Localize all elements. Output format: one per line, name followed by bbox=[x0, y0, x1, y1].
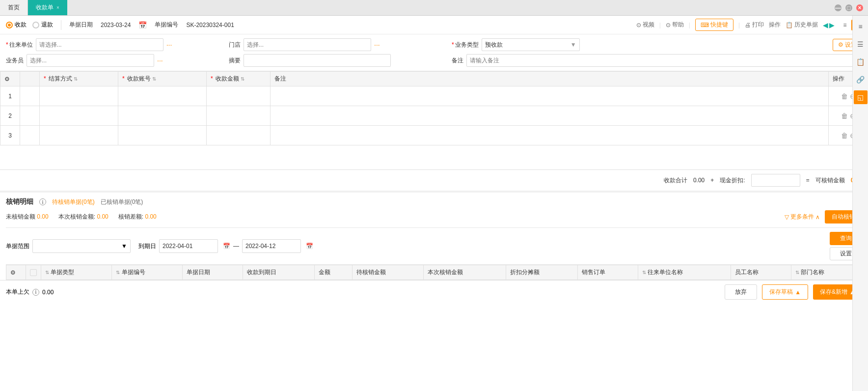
due-date-end-input[interactable] bbox=[242, 239, 301, 253]
close-button[interactable]: × bbox=[856, 4, 863, 11]
operation-action[interactable]: 操作 bbox=[769, 21, 781, 29]
col-remark-label: 备注 bbox=[274, 75, 286, 82]
unchecked-value: 0.00 bbox=[37, 213, 48, 220]
save-draft-label: 保存草稿 bbox=[769, 288, 793, 296]
due-date-start-input[interactable] bbox=[159, 239, 218, 253]
col-counterparty-label: 往来单位名称 bbox=[648, 269, 683, 276]
row-1-settlement[interactable] bbox=[40, 86, 118, 106]
end-calendar-icon[interactable]: 📅 bbox=[306, 243, 313, 250]
business-type-field: * 业务类型 预收款 ▼ ⚙ 设置 bbox=[452, 38, 862, 51]
counterparty-more-icon[interactable]: ··· bbox=[163, 41, 175, 49]
radio-receipt[interactable]: 收款 bbox=[6, 21, 27, 29]
row-1-account[interactable] bbox=[118, 86, 207, 106]
salesperson-more-icon[interactable]: ··· bbox=[154, 56, 166, 64]
counterparty-label: 往来单位 bbox=[9, 41, 36, 49]
col-header-settings-2[interactable]: ⚙ bbox=[6, 265, 26, 280]
col-header-amount: * 收款金额 ⇅ bbox=[207, 72, 271, 86]
main-table: ⚙ * 结算方式 ⇅ * 收款账号 ⇅ * 收款金额 bbox=[0, 71, 868, 145]
sidebar-icon-1[interactable]: ≡ bbox=[854, 20, 868, 33]
row-2-remark[interactable] bbox=[271, 106, 829, 126]
business-type-select[interactable]: 预收款 ▼ bbox=[482, 38, 580, 51]
col-account-label: 收款账号 bbox=[127, 75, 151, 82]
col-amount-label: 收款金额 bbox=[216, 75, 239, 82]
required-star-2: * bbox=[452, 41, 454, 48]
history-icon: 📋 bbox=[786, 22, 793, 28]
nav-next-icon[interactable]: ▶ bbox=[829, 21, 835, 29]
diff-value: 0.00 bbox=[145, 213, 156, 220]
sidebar-icon-5[interactable]: ◱ bbox=[854, 90, 868, 104]
row-2-amount[interactable] bbox=[207, 106, 271, 126]
shortcut-button[interactable]: ⌨ 快捷键 bbox=[695, 19, 733, 31]
save-draft-arrow-icon: ▲ bbox=[795, 289, 801, 296]
help-action[interactable]: ⊙ 帮助 bbox=[666, 21, 684, 29]
pending-tab[interactable]: 待核销单据(0笔) bbox=[52, 198, 95, 206]
row-1-num: 1 bbox=[0, 86, 20, 106]
nav-prev-icon[interactable]: ◀ bbox=[823, 21, 828, 29]
col-header-settings[interactable]: ⚙ bbox=[0, 72, 20, 86]
row-2-account[interactable] bbox=[118, 106, 207, 126]
row-3-account[interactable] bbox=[118, 126, 207, 145]
store-input[interactable] bbox=[244, 38, 371, 51]
start-calendar-icon[interactable]: 📅 bbox=[223, 243, 230, 250]
row-1-remark[interactable] bbox=[271, 86, 829, 106]
verification-settings-label: 设置 bbox=[840, 250, 852, 257]
select-all-checkbox[interactable] bbox=[30, 269, 37, 276]
row-1-delete-icon[interactable]: 🗑 bbox=[841, 92, 848, 100]
form-row-2: 业务员 ··· 摘要 备注 bbox=[6, 54, 862, 67]
row-3-settlement[interactable] bbox=[40, 126, 118, 145]
done-tab[interactable]: 已核销单据(0笔) bbox=[101, 198, 143, 206]
col-header-amount: 金额 bbox=[314, 265, 352, 280]
tab-receipt[interactable]: 收款单 × bbox=[28, 0, 67, 15]
minimize-button[interactable]: — bbox=[835, 4, 841, 11]
sidebar-icon-2[interactable]: ☰ bbox=[854, 37, 868, 51]
tab-home[interactable]: 首页 bbox=[0, 0, 28, 15]
video-action[interactable]: ⊙ 视频 bbox=[636, 21, 654, 29]
verification-info-icon[interactable]: ℹ bbox=[39, 198, 46, 205]
list-view-icon[interactable]: ≡ bbox=[840, 20, 850, 30]
row-3-remark[interactable] bbox=[271, 126, 829, 145]
help-icon: ⊙ bbox=[666, 22, 671, 28]
col-header-due-date: 收款到期日 bbox=[243, 265, 314, 280]
row-3-amount[interactable] bbox=[207, 126, 271, 145]
more-conditions-button[interactable]: ▽ 更多条件 ∧ bbox=[785, 213, 820, 221]
tab-close-icon[interactable]: × bbox=[56, 5, 59, 10]
window-controls: — □ × bbox=[835, 4, 868, 11]
save-draft-button[interactable]: 保存草稿 ▲ bbox=[762, 284, 808, 300]
store-more-icon[interactable]: ··· bbox=[371, 41, 383, 49]
counterparty-input[interactable] bbox=[36, 38, 163, 51]
salesperson-field: 业务员 ··· bbox=[6, 54, 217, 67]
history-action[interactable]: 📋 历史单据 bbox=[786, 21, 818, 29]
discount-label: 现金折扣: bbox=[720, 176, 745, 185]
print-action[interactable]: 🖨 打印 bbox=[745, 21, 764, 29]
col-header-discount: 折扣分摊额 bbox=[506, 265, 577, 280]
radio-receipt-circle bbox=[6, 22, 13, 28]
salesperson-input[interactable] bbox=[27, 54, 154, 67]
col-header-account: * 收款账号 ⇅ bbox=[118, 72, 207, 86]
maximize-button[interactable]: □ bbox=[845, 4, 852, 11]
remark-input[interactable] bbox=[466, 54, 862, 67]
remark-field: 备注 bbox=[452, 54, 862, 67]
range-label: 单据范围 bbox=[6, 242, 29, 251]
row-1-amount[interactable] bbox=[207, 86, 271, 106]
col-header-checkbox[interactable] bbox=[26, 265, 41, 280]
diff-label: 核销差额: bbox=[118, 213, 143, 220]
radio-refund[interactable]: 退款 bbox=[32, 21, 53, 29]
auto-verify-label: 自动核销 bbox=[832, 213, 855, 220]
row-3-num: 3 bbox=[0, 126, 20, 145]
range-select[interactable]: ▼ bbox=[32, 239, 131, 253]
sidebar-icon-4[interactable]: 🔗 bbox=[854, 73, 868, 86]
col-number-label: 单据编号 bbox=[122, 269, 145, 276]
row-3-delete-icon[interactable]: 🗑 bbox=[841, 132, 848, 140]
col-header-remark: 备注 bbox=[271, 72, 829, 86]
col-header-employee: 员工名称 bbox=[731, 265, 791, 280]
sidebar-icon-3[interactable]: 📋 bbox=[854, 55, 868, 69]
form-row-1: * 往来单位 ··· 门店 ··· * 业务类型 预收款 ▼ bbox=[6, 38, 862, 51]
footer-info-icon[interactable]: ℹ bbox=[32, 289, 39, 296]
discard-button[interactable]: 放弃 bbox=[725, 284, 757, 300]
row-2-delete-icon[interactable]: 🗑 bbox=[841, 112, 848, 120]
discount-input[interactable] bbox=[751, 174, 800, 187]
row-2-settlement[interactable] bbox=[40, 106, 118, 126]
calendar-icon[interactable]: 📅 bbox=[138, 21, 147, 29]
summary-input[interactable] bbox=[244, 54, 391, 67]
filter-icon: ▽ bbox=[785, 214, 789, 221]
